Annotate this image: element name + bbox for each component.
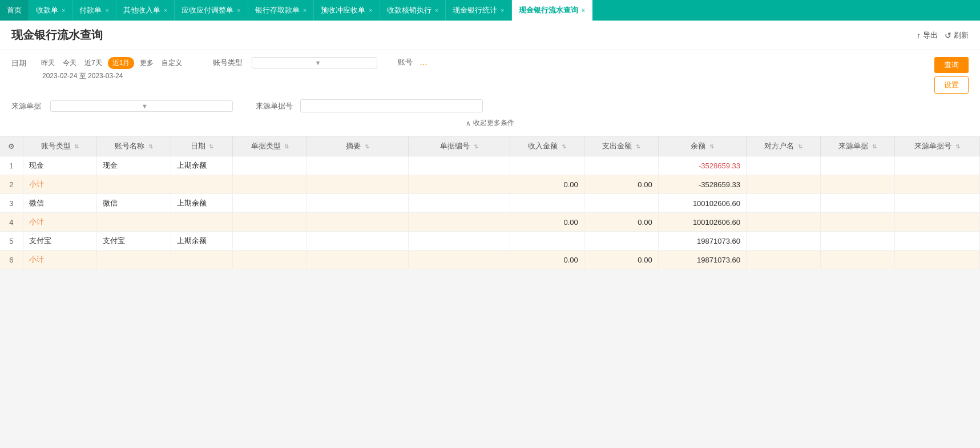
date-opt-yesterday[interactable]: 昨天: [39, 57, 57, 69]
account-ellipsis[interactable]: ...: [420, 57, 427, 67]
row-num: 4: [0, 213, 23, 232]
tab-label: 应收应付调整单: [182, 5, 233, 15]
row-account-type: 小计: [23, 213, 97, 232]
col-balance[interactable]: 余额 ⇅: [658, 136, 746, 156]
nav-tab-8[interactable]: 现金银行流水查询 ×: [512, 0, 592, 21]
tab-close-4[interactable]: ×: [303, 7, 306, 14]
date-opt-more[interactable]: 更多: [138, 57, 156, 69]
export-button[interactable]: ↑ 导出: [917, 30, 938, 41]
tab-close-7[interactable]: ×: [501, 7, 504, 14]
tab-close-6[interactable]: ×: [435, 7, 438, 14]
row-summary: [307, 232, 409, 251]
filter-area: 日期 昨天 今天 近7天 近1月 更多 自定义 2023-02-24 至 202…: [0, 50, 980, 136]
tab-label: 现金银行统计: [453, 5, 497, 15]
nav-tab-7[interactable]: 现金银行统计 ×: [446, 0, 511, 21]
sort-source-doc: ⇅: [872, 143, 877, 150]
collapse-label: 收起更多条件: [473, 118, 514, 128]
tab-close-3[interactable]: ×: [237, 7, 240, 14]
date-opt-7days[interactable]: 近7天: [82, 57, 104, 69]
row-expense: 0.00: [584, 175, 658, 194]
col-source-doc[interactable]: 来源单据 ⇅: [820, 136, 894, 156]
nav-tab-6[interactable]: 收款核销执行 ×: [380, 0, 446, 21]
page-title: 现金银行流水查询: [11, 27, 103, 43]
tab-close-0[interactable]: ×: [62, 7, 65, 14]
row-expense: 0.00: [584, 251, 658, 269]
col-doc-type[interactable]: 单据类型 ⇅: [233, 136, 307, 156]
sort-doc-type: ⇅: [284, 143, 289, 150]
row-income: [510, 232, 584, 251]
tab-close-2[interactable]: ×: [164, 7, 167, 14]
row-source-doc-no: [894, 194, 979, 213]
nav-tab-3[interactable]: 应收应付调整单 ×: [175, 0, 248, 21]
row-source-doc: [820, 175, 894, 194]
col-source-doc-no[interactable]: 来源单据号 ⇅: [894, 136, 979, 156]
nav-tab-0[interactable]: 收款单 ×: [29, 0, 72, 21]
row-account-type: 小计: [23, 251, 97, 269]
table-row: 3 微信 微信 上期余额 100102606.60: [0, 194, 980, 213]
row-doc-type: [233, 232, 307, 251]
setting-button[interactable]: 设置: [934, 76, 969, 94]
date-opt-custom[interactable]: 自定义: [159, 57, 184, 69]
account-type-label: 账号类型: [213, 58, 247, 68]
date-opt-today[interactable]: 今天: [61, 57, 79, 69]
tab-close-8[interactable]: ×: [582, 7, 585, 14]
refresh-label: 刷新: [954, 30, 969, 41]
tab-label: 预收冲应收单: [321, 5, 365, 15]
account-type-select[interactable]: ▼: [252, 57, 377, 68]
sort-account-name: ⇅: [148, 143, 153, 150]
source-doc-no-input[interactable]: [300, 99, 483, 112]
refresh-icon: ↺: [945, 31, 951, 40]
nav-tab-5[interactable]: 预收冲应收单 ×: [314, 0, 380, 21]
nav-tab-1[interactable]: 付款单 ×: [72, 0, 116, 21]
row-source-doc: [820, 232, 894, 251]
col-income[interactable]: 收入金额 ⇅: [510, 136, 584, 156]
tab-close-5[interactable]: ×: [369, 7, 372, 14]
row-source-doc: [820, 156, 894, 175]
sort-expense: ⇅: [636, 143, 640, 150]
sort-source-doc-no: ⇅: [955, 143, 960, 150]
query-button[interactable]: 查询: [934, 57, 969, 73]
row-expense: 0.00: [584, 213, 658, 232]
row-doc-no: [409, 175, 510, 194]
row-source-doc-no: [894, 232, 979, 251]
table-row: 6 小计 0.00 0.00 19871073.60: [0, 251, 980, 269]
row-account-type: 支付宝: [23, 232, 97, 251]
row-source-doc: [820, 251, 894, 269]
row-doc-no: [409, 156, 510, 175]
col-expense[interactable]: 支出金额 ⇅: [584, 136, 658, 156]
nav-home[interactable]: 首页: [0, 0, 29, 21]
refresh-button[interactable]: ↺ 刷新: [945, 30, 969, 41]
row-doc-no: [409, 251, 510, 269]
row-source-doc: [820, 194, 894, 213]
row-num: 3: [0, 194, 23, 213]
row-doc-no: [409, 213, 510, 232]
row-date: 上期余额: [171, 194, 233, 213]
col-counterparty[interactable]: 对方户名 ⇅: [747, 136, 821, 156]
sort-summary: ⇅: [365, 143, 369, 150]
nav-tab-2[interactable]: 其他收入单 ×: [116, 0, 175, 21]
col-account-type[interactable]: 账号类型 ⇅: [23, 136, 97, 156]
row-income: 0.00: [510, 251, 584, 269]
sort-income: ⇅: [562, 143, 566, 150]
col-summary[interactable]: 摘要 ⇅: [307, 136, 409, 156]
row-balance: 19871073.60: [658, 251, 746, 269]
row-date: [171, 175, 233, 194]
row-doc-type: [233, 156, 307, 175]
col-doc-no[interactable]: 单据编号 ⇅: [409, 136, 510, 156]
row-counterparty: [747, 232, 821, 251]
tab-close-1[interactable]: ×: [105, 7, 108, 14]
col-date[interactable]: 日期 ⇅: [171, 136, 233, 156]
collapse-bar[interactable]: ∧ 收起更多条件: [11, 116, 969, 129]
row-counterparty: [747, 194, 821, 213]
row-account-name: 微信: [97, 194, 171, 213]
row-counterparty: [747, 156, 821, 175]
row-account-name: 现金: [97, 156, 171, 175]
source-doc-select[interactable]: ▼: [50, 100, 233, 112]
date-opt-1month[interactable]: 近1月: [108, 57, 135, 69]
row-counterparty: [747, 175, 821, 194]
col-account-name[interactable]: 账号名称 ⇅: [97, 136, 171, 156]
nav-tab-4[interactable]: 银行存取款单 ×: [248, 0, 314, 21]
row-doc-no: [409, 194, 510, 213]
col-gear[interactable]: ⚙: [0, 136, 23, 156]
home-label: 首页: [7, 5, 22, 15]
